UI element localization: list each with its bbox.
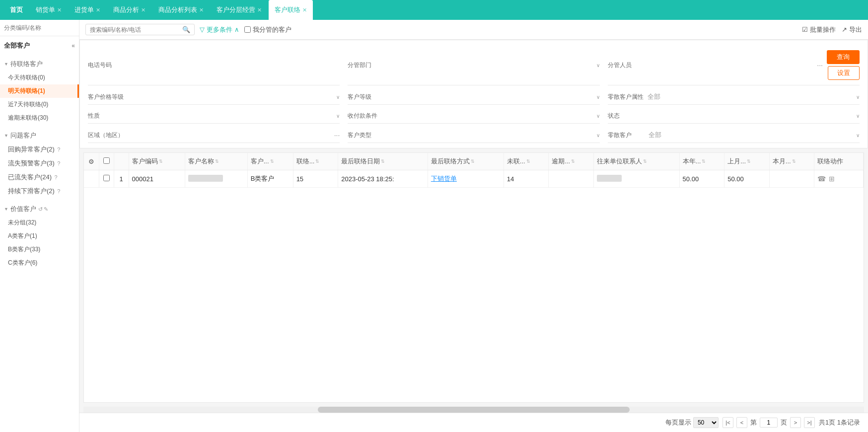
filter-nature-row: 性质 ∨ bbox=[88, 109, 340, 124]
page-input[interactable] bbox=[760, 418, 778, 428]
nav-sales-close[interactable]: ✕ bbox=[57, 7, 62, 13]
sidebar-item-c-class[interactable]: C类客户(6) bbox=[0, 256, 79, 270]
sidebar-item-tomorrow[interactable]: 明天待联络(1) bbox=[0, 84, 79, 98]
nav-goods-analysis[interactable]: 商品分析 ✕ bbox=[107, 0, 151, 20]
batch-icon: ☑ bbox=[802, 26, 808, 33]
filter-manager-input[interactable]: ··· bbox=[647, 61, 823, 69]
edit-icon[interactable]: ✎ bbox=[44, 206, 48, 213]
sort-icon-last-month[interactable]: ⇅ bbox=[747, 159, 751, 164]
my-customers-checkbox[interactable] bbox=[244, 26, 251, 33]
nav-purchase-close[interactable]: ✕ bbox=[96, 7, 100, 13]
filter-status-select[interactable]: ∨ bbox=[647, 113, 860, 119]
main-search-input[interactable] bbox=[90, 26, 179, 33]
last-page-btn[interactable]: >| bbox=[804, 417, 815, 428]
sort-icon-last-date[interactable]: ⇅ bbox=[381, 159, 385, 164]
nav-goods-analysis-close[interactable]: ✕ bbox=[141, 7, 145, 13]
batch-btn[interactable]: ☑ 批量操作 bbox=[802, 25, 836, 34]
sort-icon-name[interactable]: ⇅ bbox=[215, 159, 219, 164]
dots-icon-region[interactable]: ··· bbox=[334, 131, 340, 139]
select-all-checkbox[interactable] bbox=[103, 157, 110, 164]
prev-page-btn[interactable]: < bbox=[736, 417, 747, 428]
nav-customer-tier[interactable]: 客户分层经营 ✕ bbox=[211, 0, 268, 20]
row-name bbox=[185, 170, 248, 188]
row-select-checkbox[interactable] bbox=[103, 175, 110, 181]
filter-payment-select[interactable]: ∨ bbox=[386, 113, 599, 119]
sidebar-item-declining[interactable]: 持续下滑客户(2) ? bbox=[0, 184, 79, 198]
sidebar-item-b-class[interactable]: B类客户(33) bbox=[0, 243, 79, 256]
sidebar-group-value-label[interactable]: 价值客户 ↺ ✎ bbox=[0, 202, 79, 216]
horizontal-scrollbar[interactable] bbox=[83, 407, 864, 413]
scrollbar-thumb[interactable] bbox=[318, 407, 630, 413]
sort-icon-contact[interactable]: ⇅ bbox=[315, 159, 319, 164]
per-page-select[interactable]: 50 100 200 bbox=[693, 417, 719, 428]
sidebar-item-warning[interactable]: 流失预警客户(3) ? bbox=[0, 156, 79, 170]
filter-payment-row: 收付款条件 ∨ bbox=[348, 109, 599, 124]
nav-goods-list[interactable]: 商品分析列表 ✕ bbox=[152, 0, 210, 20]
filter-status-row: 状态 ∨ bbox=[608, 109, 860, 124]
sort-icon-unlinkd[interactable]: ⇅ bbox=[526, 159, 530, 164]
sort-icon-this-year[interactable]: ⇅ bbox=[702, 159, 706, 164]
nav-sales[interactable]: 销货单 ✕ bbox=[30, 0, 68, 20]
filter-dept-row: 分管部门 ∨ bbox=[348, 45, 599, 85]
nav-goods-list-close[interactable]: ✕ bbox=[199, 7, 204, 13]
nav-home[interactable]: 首页 bbox=[4, 0, 29, 20]
my-customers-toggle[interactable]: 我分管的客户 bbox=[244, 25, 291, 34]
sidebar-collapse-icon[interactable]: « bbox=[72, 42, 75, 49]
sidebar-all-customers[interactable]: 全部客户 « bbox=[0, 38, 79, 53]
filter-customer-grade-select[interactable]: ∨ bbox=[386, 94, 599, 100]
settings-button[interactable]: 设置 bbox=[828, 66, 860, 80]
refresh-icon[interactable]: ↺ bbox=[38, 206, 43, 213]
phone-action-icon[interactable]: ☎ bbox=[817, 175, 826, 183]
filter-region-input[interactable]: ··· bbox=[128, 131, 340, 139]
sidebar-group-pending-label[interactable]: 待联络客户 bbox=[0, 57, 79, 71]
query-button[interactable]: 查询 bbox=[827, 50, 860, 64]
sidebar-item-overdue[interactable]: 逾期未联络(30) bbox=[0, 111, 79, 125]
filter-retail-customer-select[interactable]: 全部 ∨ bbox=[647, 131, 860, 140]
col-last-method: 最后联络方式 ⇅ bbox=[428, 153, 504, 170]
col-unlinkd: 未联... ⇅ bbox=[504, 153, 549, 170]
sort-icon-last-method[interactable]: ⇅ bbox=[471, 159, 475, 164]
more-action-icon[interactable]: ⊞ bbox=[829, 175, 835, 183]
sidebar-item-week[interactable]: 近7天待联络(0) bbox=[0, 98, 79, 111]
next-page-btn[interactable]: > bbox=[790, 417, 801, 428]
nav-customer-contact-close[interactable]: ✕ bbox=[302, 7, 307, 13]
chevron-down-icon-8: ∨ bbox=[596, 133, 600, 138]
sidebar-item-a-class[interactable]: A类客户(1) bbox=[0, 229, 79, 243]
sort-icon-code[interactable]: ⇅ bbox=[159, 159, 163, 164]
sidebar-group-problem-label[interactable]: 问题客户 bbox=[0, 129, 79, 143]
dots-icon-manager[interactable]: ··· bbox=[817, 61, 823, 69]
gear-icon[interactable]: ⚙ bbox=[88, 158, 94, 165]
filter-customer-type-select[interactable]: ∨ bbox=[386, 133, 599, 138]
col-last-date: 最后联络日期 ⇅ bbox=[338, 153, 428, 170]
sidebar-item-ungrouped[interactable]: 未分组(32) bbox=[0, 216, 79, 229]
export-btn[interactable]: ↗ 导出 bbox=[842, 25, 862, 34]
nav-purchase[interactable]: 进货单 ✕ bbox=[69, 0, 106, 20]
row-contacts bbox=[593, 170, 679, 188]
nav-customer-tier-close[interactable]: ✕ bbox=[257, 7, 262, 13]
chevron-down-icon-6: ∨ bbox=[596, 113, 600, 119]
filter-nature-select[interactable]: ∨ bbox=[127, 113, 340, 119]
sort-icon-overdue[interactable]: ⇅ bbox=[571, 159, 575, 164]
sidebar-item-abnormal[interactable]: 回购异常客户(2) ? bbox=[0, 143, 79, 156]
sort-icon-type[interactable]: ⇅ bbox=[270, 159, 274, 164]
filter-dept-select[interactable]: ∨ bbox=[386, 63, 599, 68]
nav-customer-contact[interactable]: 客户联络 ✕ bbox=[269, 0, 313, 20]
col-this-year: 本年... ⇅ bbox=[679, 153, 724, 170]
filter-retail-attr-select[interactable]: 全部 ∨ bbox=[648, 92, 860, 101]
first-page-btn[interactable]: |< bbox=[723, 417, 733, 428]
filter-btn[interactable]: ▽ 更多条件 ∧ bbox=[200, 25, 239, 34]
row-last-method: 下销货单 bbox=[428, 170, 504, 188]
main-search-icon[interactable]: 🔍 bbox=[182, 26, 190, 33]
filter-customer-type-label: 客户类型 bbox=[348, 131, 382, 140]
last-method-link[interactable]: 下销货单 bbox=[431, 175, 457, 182]
filter-status-label: 状态 bbox=[608, 112, 643, 120]
sidebar-item-lost[interactable]: 已流失客户(24) ? bbox=[0, 170, 79, 184]
sort-icon-this-month[interactable]: ⇅ bbox=[792, 159, 796, 164]
sidebar-item-today[interactable]: 今天待联络(0) bbox=[0, 71, 79, 84]
sort-icon-contacts[interactable]: ⇅ bbox=[643, 159, 647, 164]
filter-phone-row: 电话号码 bbox=[88, 45, 340, 85]
sidebar-search-input[interactable] bbox=[4, 24, 78, 31]
filter-price-grade-select[interactable]: ∨ bbox=[128, 94, 340, 100]
question-icon-3: ? bbox=[57, 188, 60, 194]
row-overdue bbox=[549, 170, 594, 188]
